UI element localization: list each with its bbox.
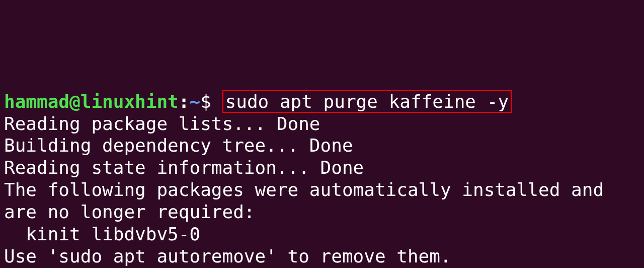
output-line-2: Building dependency tree... Done xyxy=(4,135,640,157)
output-line-5: kinit libdvbv5-0 xyxy=(4,223,640,245)
output-line-4: The following packages were automaticall… xyxy=(4,179,640,223)
command-text[interactable]: sudo apt purge kaffeine -y xyxy=(225,91,509,112)
output-line-1: Reading package lists... Done xyxy=(4,113,640,135)
prompt-user-host: hammad@linuxhint xyxy=(4,91,179,112)
prompt-line: hammad@linuxhint:~$ sudo apt purge kaffe… xyxy=(4,91,640,113)
prompt-path: ~ xyxy=(189,91,200,112)
output-line-3: Reading state information... Done xyxy=(4,157,640,179)
command-highlight-box: sudo apt purge kaffeine -y xyxy=(222,90,512,113)
prompt-colon: : xyxy=(179,91,190,112)
prompt-dollar: $ xyxy=(200,91,211,112)
output-line-6: Use 'sudo apt autoremove' to remove them… xyxy=(4,245,640,267)
